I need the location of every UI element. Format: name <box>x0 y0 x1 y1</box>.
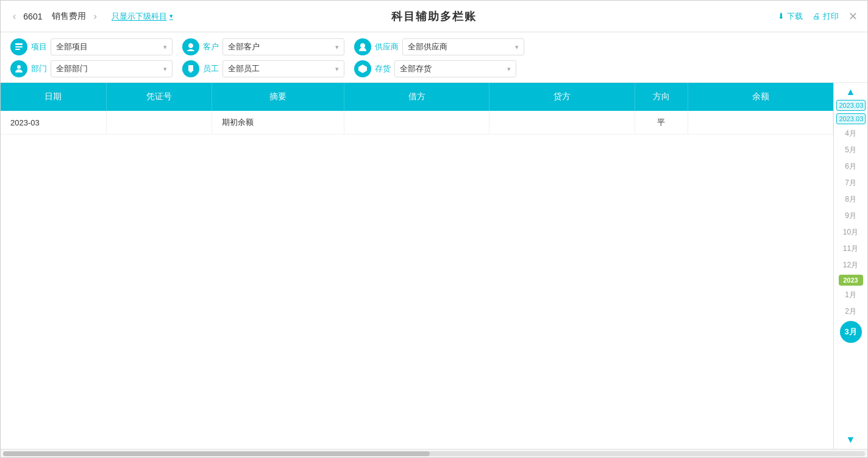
employee-select-arrow: ▾ <box>335 65 339 73</box>
col-credit: 贷方 <box>489 83 635 111</box>
supplier-value: 全部供应商 <box>408 41 447 52</box>
stock-select-arrow: ▾ <box>507 65 511 73</box>
month-item-0[interactable]: 4月 <box>839 125 863 142</box>
download-label: 下载 <box>787 11 803 22</box>
show-sub-label: 只显示下级科目 <box>112 11 167 22</box>
filter-bar: 项目 全部项目 ▾ 客户 全部客户 ▾ <box>1 32 867 83</box>
month-item-3[interactable]: 7月 <box>839 175 863 191</box>
month-item-1[interactable]: 5月 <box>839 142 863 158</box>
cell-5: 平 <box>635 111 688 135</box>
customer-value: 全部客户 <box>228 41 260 52</box>
col-voucher: 凭证号 <box>106 83 212 111</box>
filter-stock: 存货 全部存货 ▾ <box>354 60 516 77</box>
project-label: 项目 <box>31 41 47 52</box>
horizontal-scrollbar[interactable] <box>1 449 867 457</box>
svg-point-4 <box>17 65 21 69</box>
stock-value: 全部存货 <box>400 63 432 74</box>
employee-icon <box>182 60 199 77</box>
show-sub-dropdown[interactable]: 只显示下级科目 ▾ <box>112 11 173 22</box>
svg-rect-1 <box>15 46 23 48</box>
main-window: ‹ 6601 销售费用 › 只显示下级科目 ▾ 科目辅助多栏账 ⬇ 下载 🖨 打… <box>0 0 868 458</box>
next-account-arrow[interactable]: › <box>91 11 99 22</box>
month-selected-top-1[interactable]: 2023.03 <box>836 100 866 111</box>
download-icon: ⬇ <box>778 12 784 21</box>
filter-employee: 员工 全部员工 ▾ <box>182 60 344 77</box>
print-icon: 🖨 <box>813 12 820 21</box>
filter-project: 项目 全部项目 ▾ <box>10 38 173 55</box>
svg-rect-6 <box>190 71 192 72</box>
show-sub-arrow-icon: ▾ <box>169 12 173 20</box>
table-header-row: 日期 凭证号 摘要 借方 贷方 方向 余额 <box>1 83 833 111</box>
stock-icon <box>354 60 371 77</box>
month-item-2[interactable]: 6月 <box>839 158 863 175</box>
col-balance: 余额 <box>688 83 833 111</box>
scrollbar-track <box>3 451 865 456</box>
dept-select[interactable]: 全部部门 ▾ <box>51 60 173 77</box>
supplier-select[interactable]: 全部供应商 ▾ <box>402 38 524 55</box>
stock-select[interactable]: 全部存货 ▾ <box>394 60 516 77</box>
customer-select-arrow: ▾ <box>335 43 339 51</box>
print-label: 打印 <box>823 11 839 22</box>
month-item-10[interactable]: 1月 <box>839 287 863 303</box>
month-sidebar: ▲ 2023.03 2023.03 4月5月6月7月8月9月10月11月12月2… <box>833 83 867 449</box>
table-wrapper[interactable]: 日期 凭证号 摘要 借方 贷方 方向 余额 2023-03期初余额平 <box>1 83 833 449</box>
project-icon <box>10 38 27 55</box>
svg-point-3 <box>360 43 365 48</box>
prev-account-arrow[interactable]: ‹ <box>10 11 18 22</box>
svg-rect-0 <box>15 43 23 45</box>
supplier-label: 供应商 <box>375 41 399 52</box>
cell-0: 2023-03 <box>1 111 106 135</box>
month-item-9[interactable]: 2023 <box>839 275 863 286</box>
col-debit: 借方 <box>344 83 489 111</box>
close-button[interactable]: ✕ <box>848 11 858 22</box>
month-item-12[interactable]: 3月 <box>840 321 862 343</box>
customer-label: 客户 <box>203 41 219 52</box>
employee-value: 全部员工 <box>228 63 260 74</box>
dept-select-arrow: ▾ <box>163 65 167 73</box>
dept-label: 部门 <box>31 63 47 74</box>
download-button[interactable]: ⬇ 下载 <box>778 11 803 22</box>
project-select[interactable]: 全部项目 ▾ <box>51 38 173 55</box>
employee-select[interactable]: 全部员工 ▾ <box>222 60 344 77</box>
cell-2: 期初余额 <box>212 111 344 135</box>
top-bar: ‹ 6601 销售费用 › 只显示下级科目 ▾ 科目辅助多栏账 ⬇ 下载 🖨 打… <box>1 1 867 32</box>
month-item-6[interactable]: 10月 <box>839 224 863 241</box>
col-date: 日期 <box>1 83 106 111</box>
month-item-4[interactable]: 8月 <box>839 191 863 208</box>
project-select-arrow: ▾ <box>163 43 167 51</box>
col-summary: 摘要 <box>212 83 344 111</box>
scrollbar-thumb[interactable] <box>3 451 430 456</box>
month-nav-down[interactable]: ▼ <box>846 433 856 446</box>
dept-value: 全部部门 <box>56 63 88 74</box>
cell-1 <box>106 111 212 135</box>
col-direction: 方向 <box>635 83 688 111</box>
month-selected-top-2[interactable]: 2023.03 <box>836 113 866 124</box>
cell-4 <box>489 111 635 135</box>
month-item-7[interactable]: 11月 <box>839 241 863 257</box>
cell-3 <box>344 111 489 135</box>
table-row: 2023-03期初余额平 <box>1 111 833 135</box>
filter-dept: 部门 全部部门 ▾ <box>10 60 173 77</box>
month-item-8[interactable]: 12月 <box>839 257 863 273</box>
account-name: 销售费用 <box>52 11 86 22</box>
supplier-icon <box>354 38 371 55</box>
customer-select[interactable]: 全部客户 ▾ <box>222 38 344 55</box>
cell-6 <box>688 111 833 135</box>
project-value: 全部项目 <box>56 41 88 52</box>
month-item-5[interactable]: 9月 <box>839 208 863 224</box>
stock-label: 存货 <box>375 63 391 74</box>
svg-rect-2 <box>15 49 20 50</box>
month-nav-up[interactable]: ▲ <box>846 85 856 99</box>
filter-supplier: 供应商 全部供应商 ▾ <box>354 38 524 55</box>
filter-row-1: 项目 全部项目 ▾ 客户 全部客户 ▾ <box>10 38 858 55</box>
print-button[interactable]: 🖨 打印 <box>813 11 839 22</box>
filter-row-2: 部门 全部部门 ▾ 员工 全部员工 ▾ <box>10 60 858 77</box>
employee-label: 员工 <box>203 63 219 74</box>
main-area: 日期 凭证号 摘要 借方 贷方 方向 余额 2023-03期初余额平 ▲ 202… <box>1 83 867 449</box>
svg-rect-5 <box>188 65 193 71</box>
ledger-table: 日期 凭证号 摘要 借方 贷方 方向 余额 2023-03期初余额平 <box>1 83 833 135</box>
customer-icon <box>182 38 199 55</box>
top-actions: ⬇ 下载 🖨 打印 <box>778 11 839 22</box>
filter-customer: 客户 全部客户 ▾ <box>182 38 344 55</box>
month-item-11[interactable]: 2月 <box>839 303 863 320</box>
